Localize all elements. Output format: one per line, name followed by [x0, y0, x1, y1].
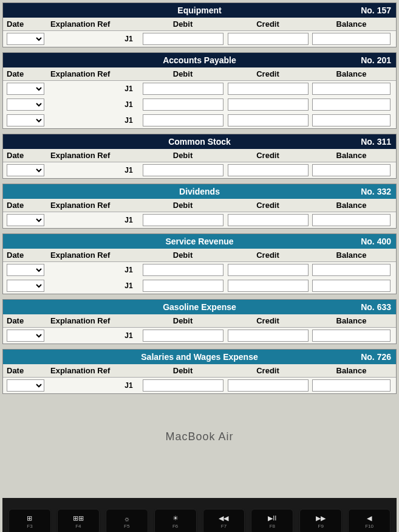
balance-input[interactable] — [312, 114, 390, 126]
date-select[interactable] — [7, 33, 44, 45]
column-header-row: DateExplanation RefDebitCreditBalance — [3, 67, 396, 81]
col-debit-header: Debit — [140, 19, 225, 29]
col-balance-header: Balance — [310, 250, 392, 260]
col-balance-header: Balance — [310, 366, 392, 375]
balance-input[interactable] — [312, 33, 390, 45]
credit-input[interactable] — [228, 83, 309, 95]
account-number: No. 157 — [343, 5, 391, 15]
col-date-header: Date — [7, 69, 50, 78]
debit-input[interactable] — [143, 379, 223, 392]
balance-input[interactable] — [312, 379, 390, 392]
balance-input[interactable] — [312, 214, 390, 226]
ref-label: J1 — [117, 216, 140, 224]
balance-input[interactable] — [312, 264, 390, 276]
account-block: Salaries and Wages ExpenseNo. 726DateExp… — [2, 349, 397, 394]
account-number: No. 726 — [343, 352, 391, 362]
account-number: No. 332 — [343, 187, 391, 196]
credit-input[interactable] — [228, 114, 309, 126]
device-label: MacBook Air — [2, 406, 397, 449]
col-balance-header: Balance — [310, 69, 392, 78]
col-date-header: Date — [7, 250, 50, 260]
account-block: Common StockNo. 311DateExplanation RefDe… — [2, 134, 397, 179]
date-select[interactable] — [7, 164, 44, 176]
ref-label: J1 — [117, 85, 140, 93]
col-explanation-ref-header: Explanation Ref — [50, 366, 140, 375]
column-header-row: DateExplanation RefDebitCreditBalance — [3, 364, 396, 378]
column-header-row: DateExplanation RefDebitCreditBalance — [3, 149, 396, 162]
keyboard-key: ▶▶F9 — [299, 509, 342, 532]
date-select[interactable] — [7, 98, 44, 111]
keyboard-key: ⊞⊞F4 — [57, 509, 100, 532]
balance-input[interactable] — [312, 164, 390, 176]
keyboard-key: ⊞F3 — [9, 509, 51, 532]
column-header-row: DateExplanation RefDebitCreditBalance — [3, 314, 396, 328]
ledger-row: J1 — [3, 328, 396, 344]
col-debit-header: Debit — [140, 366, 225, 375]
date-select[interactable] — [7, 379, 44, 392]
credit-input[interactable] — [228, 379, 309, 392]
balance-input[interactable] — [312, 83, 390, 95]
account-title: Equipment — [56, 5, 343, 15]
credit-input[interactable] — [228, 98, 309, 111]
account-number: No. 311 — [343, 137, 391, 147]
account-number: No. 633 — [343, 302, 391, 312]
column-header-row: DateExplanation RefDebitCreditBalance — [3, 249, 396, 262]
account-number: No. 201 — [343, 55, 391, 65]
col-date-header: Date — [7, 19, 50, 29]
ledger-row: J1 — [3, 81, 396, 97]
col-date-header: Date — [7, 316, 50, 325]
debit-input[interactable] — [143, 98, 223, 111]
col-explanation-ref-header: Explanation Ref — [50, 316, 140, 325]
credit-input[interactable] — [228, 164, 309, 176]
account-title: Dividends — [56, 187, 343, 196]
ref-label: J1 — [117, 116, 140, 125]
ref-label: J1 — [117, 166, 140, 174]
ledger-row: J1 — [3, 112, 396, 128]
account-title-bar: EquipmentNo. 157 — [3, 3, 396, 18]
debit-input[interactable] — [143, 164, 223, 176]
debit-input[interactable] — [143, 114, 223, 126]
credit-input[interactable] — [228, 214, 309, 226]
account-title-bar: Accounts PayableNo. 201 — [3, 53, 396, 67]
col-balance-header: Balance — [310, 316, 392, 325]
ledger-row: J1 — [3, 378, 396, 393]
col-credit-header: Credit — [225, 151, 310, 160]
debit-input[interactable] — [143, 280, 223, 292]
balance-input[interactable] — [312, 330, 390, 342]
keyboard-key: ☀F6 — [154, 509, 197, 532]
col-credit-header: Credit — [225, 250, 310, 260]
col-debit-header: Debit — [140, 69, 225, 78]
ref-label: J1 — [117, 100, 140, 109]
account-number: No. 400 — [343, 237, 391, 246]
debit-input[interactable] — [143, 33, 223, 45]
debit-input[interactable] — [143, 264, 223, 276]
debit-input[interactable] — [143, 214, 223, 226]
col-explanation-ref-header: Explanation Ref — [50, 201, 140, 210]
balance-input[interactable] — [312, 280, 390, 292]
date-select[interactable] — [7, 264, 44, 276]
date-select[interactable] — [7, 280, 44, 292]
credit-input[interactable] — [228, 264, 309, 276]
balance-input[interactable] — [312, 98, 390, 111]
ledger-row: J1 — [3, 162, 396, 178]
debit-input[interactable] — [143, 83, 223, 95]
debit-input[interactable] — [143, 330, 223, 342]
date-select[interactable] — [7, 83, 44, 95]
date-select[interactable] — [7, 114, 44, 126]
credit-input[interactable] — [228, 330, 309, 342]
account-block: EquipmentNo. 157DateExplanation RefDebit… — [2, 2, 397, 47]
account-block: Gasoline ExpenseNo. 633DateExplanation R… — [2, 299, 397, 344]
col-credit-header: Credit — [225, 201, 310, 210]
credit-input[interactable] — [228, 33, 309, 45]
account-block: DividendsNo. 332DateExplanation RefDebit… — [2, 184, 397, 229]
account-title-bar: Common StockNo. 311 — [3, 134, 396, 149]
date-select[interactable] — [7, 330, 44, 342]
col-credit-header: Credit — [225, 316, 310, 325]
account-title-bar: Gasoline ExpenseNo. 633 — [3, 300, 396, 314]
column-header-row: DateExplanation RefDebitCreditBalance — [3, 18, 396, 31]
col-date-header: Date — [7, 366, 50, 375]
col-debit-header: Debit — [140, 151, 225, 160]
date-select[interactable] — [7, 214, 44, 226]
credit-input[interactable] — [228, 280, 309, 292]
col-balance-header: Balance — [310, 201, 392, 210]
